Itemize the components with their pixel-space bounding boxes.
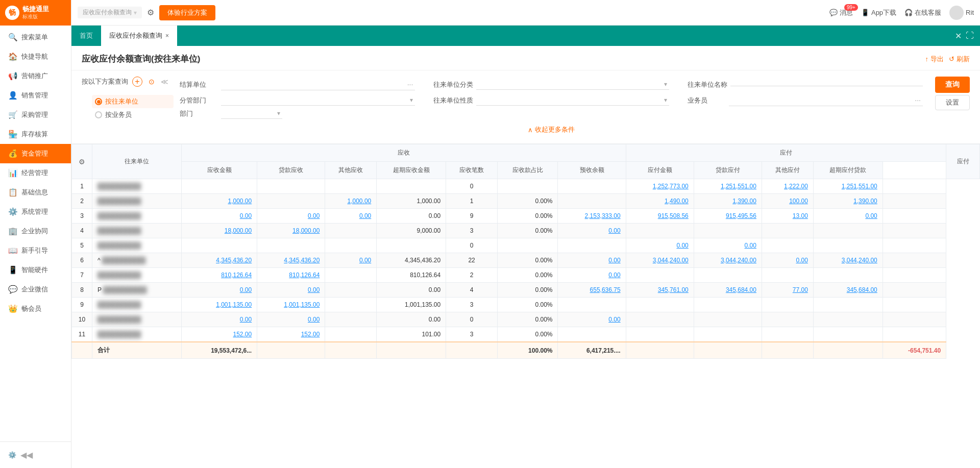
sidebar-item-enterprise[interactable]: 🏢 企业协同 bbox=[0, 221, 71, 241]
filter-col-partner-name: 往来单位名称 bbox=[688, 80, 923, 89]
sidebar-item-marketing[interactable]: 📢 营销推广 bbox=[0, 66, 71, 86]
tab-maximize-icon[interactable]: ⛶ bbox=[966, 31, 974, 40]
scheme-radio-salesman bbox=[95, 111, 102, 118]
breadcrumb[interactable]: 应收应付余额查询 ▾ bbox=[78, 7, 142, 18]
topbar-service[interactable]: 🎧 在线客服 bbox=[904, 8, 941, 17]
sidebar-item-label: 畅会员 bbox=[21, 304, 41, 313]
query-button[interactable]: 查询 bbox=[935, 77, 970, 93]
tab-ar-ap[interactable]: 应收应付余额查询 × bbox=[101, 26, 177, 46]
tab-close-window-icon[interactable]: ✕ bbox=[955, 31, 962, 41]
sidebar-item-inventory[interactable]: 🏪 库存核算 bbox=[0, 125, 71, 144]
sidebar-item-system[interactable]: ⚙️ 系统管理 bbox=[0, 202, 71, 221]
settlement-label: 结算单位 bbox=[180, 80, 218, 89]
sidebar-item-smart-hw[interactable]: 📱 智能硬件 bbox=[0, 260, 71, 280]
topbar-gear-icon[interactable]: ⚙ bbox=[145, 6, 156, 19]
table-settings-icon[interactable]: ⚙ bbox=[79, 158, 85, 166]
sidebar-item-search[interactable]: 🔍 搜索菜单 bbox=[0, 28, 71, 47]
salesman-label: 业务员 bbox=[688, 96, 726, 105]
sidebar: 畅 畅捷通里 标准版 🔍 搜索菜单 🏠 快捷导航 📢 营销推广 👤 销售管理 🛒… bbox=[0, 0, 71, 468]
filter-add-btn[interactable]: + bbox=[132, 77, 142, 87]
collapse-more-label: 收起更多条件 bbox=[535, 125, 575, 134]
sidebar-item-label: 库存核算 bbox=[21, 130, 48, 139]
salesman-input[interactable]: ··· bbox=[729, 94, 923, 106]
sidebar-item-guide[interactable]: 📖 新手引导 bbox=[0, 241, 71, 260]
table-row: 3██████████0.000.000.000.0090.00%2,153,3… bbox=[72, 209, 980, 224]
user-name: Rit bbox=[966, 9, 974, 16]
home-icon: 🏠 bbox=[8, 52, 17, 61]
enterprise-icon: 🏢 bbox=[8, 227, 17, 236]
refresh-label: 刷新 bbox=[957, 55, 970, 64]
topbar: 应收应付余额查询 ▾ ⚙ 体验行业方案 💬 消息 99+ 📱 App下载 🎧 在… bbox=[71, 0, 980, 26]
export-button[interactable]: ↑ 导出 bbox=[925, 55, 944, 64]
collapse-more-btn[interactable]: ∧ 收起更多条件 bbox=[525, 122, 578, 137]
scheme-radio-inner bbox=[97, 100, 101, 104]
sidebar-item-operation[interactable]: 📊 经营管理 bbox=[0, 163, 71, 183]
table-row: 11██████████152.00152.00101.0030.00% bbox=[72, 327, 980, 342]
sidebar-item-basic-info[interactable]: 📋 基础信息 bbox=[0, 183, 71, 202]
department-input[interactable]: ▾ bbox=[221, 108, 282, 119]
operation-icon: 📊 bbox=[8, 168, 17, 178]
partner-nature-input[interactable]: ▾ bbox=[476, 95, 669, 106]
footer-ar-other bbox=[325, 342, 377, 359]
sidebar-item-vip[interactable]: 👑 畅会员 bbox=[0, 299, 71, 318]
table-row: 7██████████810,126.64810,126.64810,126.6… bbox=[72, 268, 980, 283]
sidebar-item-purchase[interactable]: 🛒 采购管理 bbox=[0, 105, 71, 125]
refresh-button[interactable]: ↺ 刷新 bbox=[949, 55, 970, 64]
filter-target-btn[interactable]: ⊙ bbox=[146, 77, 157, 87]
filter-col-settlement: 结算单位 ··· bbox=[180, 79, 415, 90]
sales-icon: 👤 bbox=[8, 91, 17, 100]
settings-button[interactable]: 设置 bbox=[935, 95, 970, 110]
table-row: 2██████████1,000.001,000.001,000.0010.00… bbox=[72, 194, 980, 209]
sidebar-logo: 畅 畅捷通里 标准版 bbox=[0, 0, 71, 26]
topbar-app-download[interactable]: 📱 App下载 bbox=[861, 8, 896, 17]
topbar-nav: 应收应付余额查询 ▾ ⚙ 体验行业方案 bbox=[78, 5, 825, 20]
settlement-input[interactable]: ··· bbox=[221, 79, 415, 90]
app-icon: 📱 bbox=[861, 9, 869, 16]
scheme-by-salesman[interactable]: 按业务员 bbox=[92, 108, 174, 121]
page-header: 应收应付余额查询(按往来单位) ↑ 导出 ↺ 刷新 bbox=[71, 46, 980, 70]
sidebar-item-label: 智能硬件 bbox=[21, 265, 48, 275]
tab-ar-ap-label: 应收应付余额查询 bbox=[109, 31, 162, 40]
tabbar: 首页 应收应付余额查询 × ✕ ⛶ bbox=[71, 26, 980, 46]
topbar-user[interactable]: Rit bbox=[949, 6, 974, 20]
sidebar-item-wechat[interactable]: 💬 企业微信 bbox=[0, 280, 71, 299]
scheme-by-partner[interactable]: 按往来单位 bbox=[92, 95, 174, 108]
sidebar-item-label: 经营管理 bbox=[21, 168, 48, 178]
filter-collapse-btn[interactable]: ≪ bbox=[161, 78, 168, 86]
sidebar-item-label: 搜索菜单 bbox=[21, 33, 48, 42]
sidebar-item-label: 企业微信 bbox=[21, 285, 48, 294]
partner-nature-chevron: ▾ bbox=[664, 96, 667, 104]
topbar-right: 💬 消息 99+ 📱 App下载 🎧 在线客服 Rit bbox=[829, 6, 974, 20]
guide-icon: 📖 bbox=[8, 246, 17, 255]
sidebar-bottom-settings[interactable]: ⚙️ ◀◀ bbox=[0, 446, 71, 464]
dept-input[interactable]: ▾ bbox=[221, 95, 415, 106]
tab-home[interactable]: 首页 bbox=[71, 26, 101, 46]
topbar-msg[interactable]: 💬 消息 99+ bbox=[829, 8, 853, 17]
footer-ap-amount bbox=[626, 342, 694, 359]
scheme-partner-label: 按往来单位 bbox=[105, 97, 138, 106]
table-row: 9██████████1,001,135.001,001,135.001,001… bbox=[72, 298, 980, 312]
collapse-more-icon: ∧ bbox=[528, 126, 533, 134]
filter-scheme-options: 按往来单位 按业务员 bbox=[82, 92, 174, 125]
sidebar-item-finance[interactable]: 💰 资金管理 bbox=[0, 144, 71, 163]
filter-col-partner-cat: 往来单位分类 ▾ bbox=[433, 79, 669, 90]
partner-name-input[interactable] bbox=[730, 83, 923, 86]
footer-ap-loan bbox=[694, 342, 762, 359]
table-section: ⚙ 往来单位 应收 应付 应付 bbox=[71, 144, 980, 359]
tab-close-icon[interactable]: × bbox=[165, 32, 169, 39]
system-icon: ⚙️ bbox=[8, 207, 17, 216]
sidebar-item-quick-nav[interactable]: 🏠 快捷导航 bbox=[0, 47, 71, 66]
salesman-ellipsis[interactable]: ··· bbox=[915, 96, 921, 104]
partner-cat-input[interactable]: ▾ bbox=[476, 79, 669, 90]
page: 应收应付余额查询(按往来单位) ↑ 导出 ↺ 刷新 bbox=[71, 46, 980, 468]
th-ap-loan: 贷款应付 bbox=[694, 162, 762, 179]
smart-hw-icon: 📱 bbox=[8, 265, 17, 275]
table-row: 6^ ██████████4,345,436.204,345,436.200.0… bbox=[72, 253, 980, 268]
marketing-icon: 📢 bbox=[8, 71, 17, 81]
service-icon: 🎧 bbox=[904, 9, 913, 16]
sidebar-bottom: ⚙️ ◀◀ bbox=[0, 441, 71, 468]
industry-btn[interactable]: 体验行业方案 bbox=[159, 5, 215, 20]
settlement-ellipsis[interactable]: ··· bbox=[407, 80, 413, 88]
sidebar-item-sales[interactable]: 👤 销售管理 bbox=[0, 86, 71, 105]
th-ap-col: 应付 bbox=[946, 144, 980, 179]
